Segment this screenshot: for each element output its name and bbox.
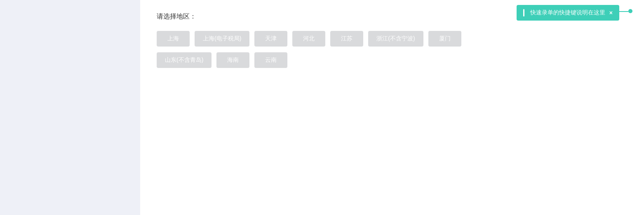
region-button-zhejiang[interactable]: 浙江(不含宁波) — [368, 31, 423, 47]
region-row-2: 山东(不含青岛)海南云南 — [157, 52, 628, 68]
tooltip-text: 快速录单的快捷键说明在这里 — [530, 9, 605, 16]
region-button-yunnan[interactable]: 云南 — [254, 52, 287, 68]
main-content: 请选择地区： 上海上海(电子税局)天津河北江苏浙江(不含宁波)厦门 山东(不含青… — [140, 0, 644, 215]
tooltip-line — [619, 11, 628, 12]
region-row-1: 上海上海(电子税局)天津河北江苏浙江(不含宁波)厦门 — [157, 31, 628, 47]
region-button-xiamen[interactable]: 厦门 — [428, 31, 461, 47]
region-button-jiangsu[interactable]: 江苏 — [330, 31, 363, 47]
tooltip-close-button[interactable]: × — [609, 9, 613, 16]
region-button-tianjin[interactable]: 天津 — [254, 31, 287, 47]
region-button-shanghai[interactable]: 上海 — [157, 31, 190, 47]
region-button-shanghai-etax[interactable]: 上海(电子税局) — [195, 31, 249, 47]
left-sidebar — [0, 0, 140, 215]
tooltip-banner: 快速录单的快捷键说明在这里 × — [517, 5, 619, 21]
tooltip-dot — [628, 9, 632, 13]
region-button-hebei[interactable]: 河北 — [292, 31, 325, 47]
region-button-shandong[interactable]: 山东(不含青岛) — [157, 52, 212, 68]
region-button-hainan[interactable]: 海南 — [216, 52, 249, 68]
